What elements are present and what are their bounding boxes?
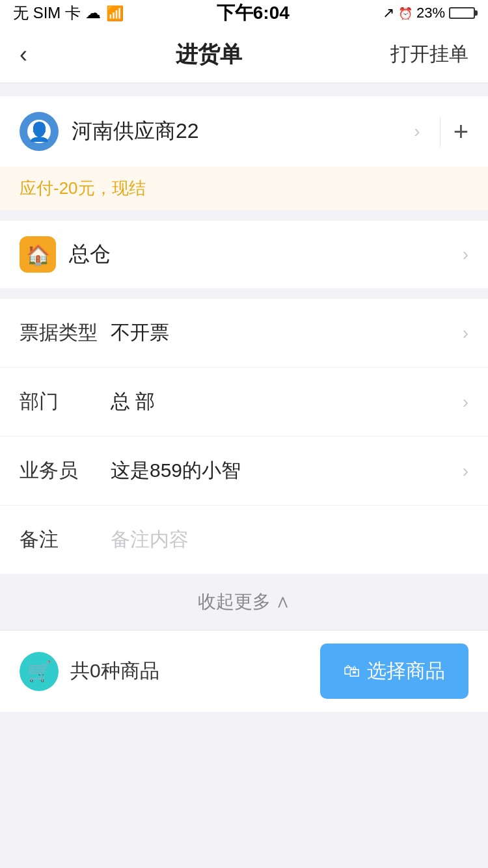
- open-pending-button[interactable]: 打开挂单: [390, 41, 468, 68]
- department-label: 部门: [20, 388, 111, 415]
- salesman-chevron-icon: ›: [463, 461, 468, 481]
- page-title: 进货单: [176, 40, 242, 70]
- status-time: 下午6:04: [217, 1, 290, 25]
- salesman-row[interactable]: 业务员 这是859的小智 ›: [0, 437, 488, 506]
- section-sep-2: [0, 210, 488, 221]
- battery-icon: [449, 7, 475, 19]
- status-left: 无 SIM 卡 ☁: [13, 3, 124, 23]
- warehouse-row[interactable]: 🏠 总仓 ›: [0, 221, 488, 288]
- invoice-label: 票据类型: [20, 319, 111, 346]
- supplier-name: 河南供应商22: [72, 117, 414, 146]
- department-row[interactable]: 部门 总 部 ›: [0, 368, 488, 437]
- remark-label: 备注: [20, 526, 111, 553]
- remark-row[interactable]: 备注 备注内容: [0, 506, 488, 574]
- product-count-label: 共0种商品: [70, 658, 320, 685]
- invoice-value: 不开票: [111, 319, 463, 346]
- add-supplier-button[interactable]: +: [440, 117, 468, 146]
- collapse-button[interactable]: 收起更多 ∧: [0, 574, 488, 630]
- salesman-label: 业务员: [20, 457, 111, 484]
- department-value: 总 部: [111, 388, 463, 415]
- invoice-row[interactable]: 票据类型 不开票 ›: [0, 299, 488, 368]
- supplier-chevron-icon: ›: [414, 121, 420, 142]
- nav-bar: ‹ 进货单 打开挂单: [0, 26, 488, 83]
- warehouse-icon: 🏠: [20, 236, 56, 273]
- notice-banner: 应付-20元，现结: [0, 167, 488, 210]
- gray-fill-area: [0, 712, 488, 868]
- select-product-icon: 🛍: [344, 661, 360, 681]
- section-sep-1: [0, 83, 488, 96]
- department-chevron-icon: ›: [463, 392, 468, 413]
- warehouse-name: 总仓: [69, 240, 463, 269]
- alarm-icon: [398, 5, 413, 21]
- avatar-icon: [27, 120, 51, 143]
- select-product-label: 选择商品: [367, 658, 445, 685]
- remark-input[interactable]: 备注内容: [111, 526, 468, 553]
- supplier-row[interactable]: 河南供应商22 › +: [0, 96, 488, 167]
- salesman-value: 这是859的小智: [111, 457, 463, 484]
- battery-pct: 23%: [416, 5, 445, 21]
- bottom-bar: 🛒 共0种商品 🛍 选择商品: [0, 630, 488, 712]
- supplier-avatar: [20, 112, 59, 151]
- product-icon: 🛒: [20, 652, 59, 691]
- warehouse-chevron-icon: ›: [463, 244, 468, 265]
- form-section: 票据类型 不开票 › 部门 总 部 › 业务员 这是859的小智 › 备注 备注…: [0, 299, 488, 574]
- supplier-card: 河南供应商22 › + 应付-20元，现结: [0, 96, 488, 210]
- sim-label: 无 SIM 卡 ☁: [13, 3, 101, 23]
- status-bar: 无 SIM 卡 ☁ 下午6:04 23%: [0, 0, 488, 26]
- back-button[interactable]: ‹: [20, 41, 27, 68]
- location-icon: [383, 5, 394, 21]
- status-right: 23%: [383, 5, 475, 21]
- wifi-icon: [106, 4, 124, 22]
- invoice-chevron-icon: ›: [463, 323, 468, 344]
- select-product-button[interactable]: 🛍 选择商品: [320, 644, 468, 699]
